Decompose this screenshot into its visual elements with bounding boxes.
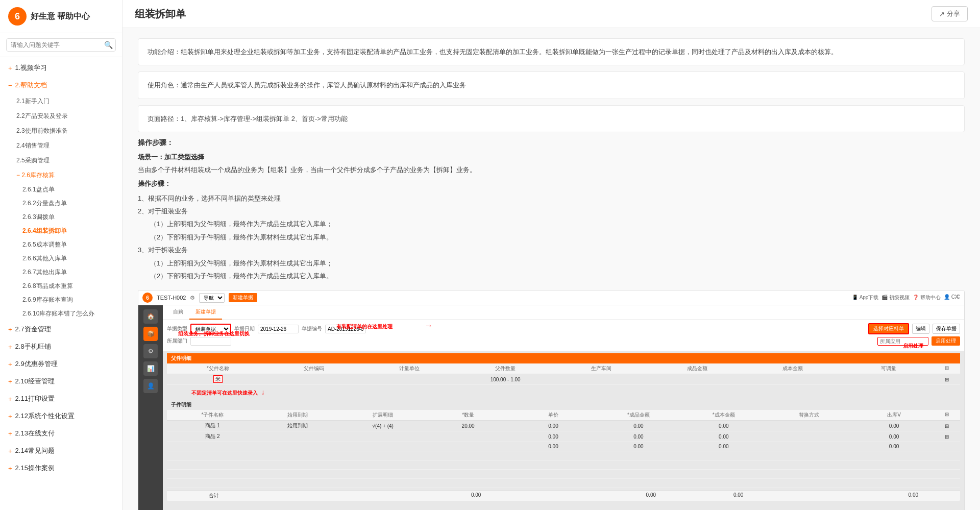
share-label: 分享	[947, 9, 960, 18]
search-button[interactable]: 🔍	[104, 41, 113, 49]
mock-lr1-action[interactable]: ⊞	[937, 423, 957, 429]
mock-lower-cols: *子件名称 始用到期 扩展明细 *数量 单价 *成品金额 *成本金额 替换方式 …	[167, 410, 960, 421]
mock-nav-select[interactable]: 导航	[199, 293, 225, 303]
mock-lower-col-name: *子件名称	[170, 411, 255, 419]
step3-sub1: （1）上部明细为父件明细，最终作为原材料生成其它出库单；	[150, 257, 965, 269]
sidebar-item-purchase[interactable]: 2.5采购管理	[0, 153, 122, 168]
sidebar-item-system[interactable]: + 2.12系统个性化设置	[0, 407, 122, 425]
mock-footer-stock: 0.00	[870, 492, 957, 499]
mock-lr3-price: 0.00	[511, 444, 596, 449]
mock-lr2-name: 商品 2	[170, 433, 255, 440]
sidebar-item-stocktake[interactable]: 2.6.1盘点单	[0, 183, 122, 197]
role-text: 使用角色：通常由生产人员或库管人员完成拆装业务的操作，库管人员确认原材料的出库和…	[148, 81, 466, 89]
sidebar-item-print[interactable]: + 2.11打印设置	[0, 390, 122, 407]
mock-close-icon[interactable]: ✕	[954, 293, 960, 301]
mock-col-qty: 父件数量	[457, 365, 553, 372]
mock-col-code: 父件编码	[266, 365, 362, 372]
mock-topbar-id: TEST-H002	[157, 295, 186, 301]
sidebar-item-assemble[interactable]: 2.6.4组装拆卸单	[0, 224, 122, 238]
search-wrap: 🔍	[6, 38, 116, 52]
mock-footer-qty: 0.00	[432, 492, 520, 499]
sidebar-item-predata[interactable]: 2.3使用前数据准备	[0, 124, 122, 138]
sidebar-item-online-pay[interactable]: + 2.13在线支付	[0, 425, 122, 442]
mock-lower-col-amount: *成品金额	[596, 411, 681, 419]
mock-dept-input[interactable]	[190, 337, 231, 346]
mock-lower-row2: 商品 2 0.00 0.00 0.00 0.00 ⊞	[167, 431, 960, 442]
mock-logo-icon: 6	[142, 293, 153, 303]
mock-upper-row1: 米 100.00 - 1.00 ⊞	[167, 374, 960, 385]
mock-lr2-cost: 0.00	[681, 434, 766, 440]
mock-row1-qty: 100.00 - 1.00	[457, 377, 553, 382]
step3-sub: （1）上部明细为父件明细，最终作为原材料生成其它出库单； （2）下部明细为子件明…	[138, 257, 965, 282]
mock-lr2-amount: 0.00	[596, 434, 681, 440]
scenario1-desc: 当由多个子件材料组装成一个成品的业务为【组装】业务，当由一个父件拆分成多个子产品…	[138, 164, 965, 176]
mock-upper-cols: *父件名称 父件编码 计量单位 父件数量 生产车间 成品金额 成本金额 可调量 …	[167, 363, 960, 374]
sidebar-item-split-stocktake[interactable]: 2.6.2分量盘点单	[0, 197, 122, 210]
nav-section: + 1.视频学习 − 2.帮助文档 2.1新手入门 2.2产品安装及登录 2.3…	[0, 57, 122, 479]
mock-sidebar-report[interactable]: 📊	[143, 361, 158, 376]
step3: 3、对于拆装业务	[138, 244, 965, 256]
sidebar-item-online-pay-label: 2.13在线支付	[15, 429, 55, 438]
mock-sidebar-inventory[interactable]: 📦	[143, 327, 158, 341]
plus-icon-p: +	[8, 395, 12, 403]
sidebar-item-ops[interactable]: + 2.10经营管理	[0, 373, 122, 390]
sidebar-item-adjust[interactable]: 2.6.3调拨单	[0, 210, 122, 224]
mock-lower-col-cost: *成本金额	[681, 411, 766, 419]
sidebar-item-cost-adjust[interactable]: 2.6.5成本调整单	[0, 238, 122, 252]
sidebar-item-coupon[interactable]: + 2.9优惠券管理	[0, 355, 122, 373]
sidebar-item-newbie[interactable]: 2.1新手入门	[0, 94, 122, 109]
mock-lr1-stock: 0.00	[851, 423, 937, 429]
mock-date-input[interactable]	[258, 325, 299, 333]
search-input[interactable]	[6, 38, 116, 52]
mock-sidebar-user[interactable]: 👤	[143, 379, 158, 393]
share-button[interactable]: ↗ 分享	[932, 6, 968, 21]
sidebar-item-sales[interactable]: 2.4销售管理	[0, 138, 122, 153]
mock-edit-btn[interactable]: 编辑	[912, 324, 929, 334]
mock-lr1-name: 商品 1	[170, 422, 255, 429]
intro-box: 功能介绍：组装拆卸单用来处理企业组装或拆卸等加工业务，支持有固定装配清单的产品加…	[138, 38, 965, 65]
mock-new-btn[interactable]: 新建单据	[229, 293, 257, 302]
sidebar-item-faq[interactable]: + 2.14常见问题	[0, 442, 122, 459]
annotation-1: 有装配清单的在这里处理 →	[336, 321, 433, 330]
sidebar-item-faq-label: 2.14常见问题	[15, 446, 55, 455]
mock-lower-col-price: 单价	[511, 411, 596, 419]
sidebar-item-inv-check[interactable]: 2.6.9库存账本查询	[0, 293, 122, 307]
path-text: 页面路径：1、库存核算->库存管理->组装拆卸单 2、首页->常用功能	[148, 115, 348, 123]
steps-section: 操作步骤： 场景一：加工类型选择 当由多个子件材料组装成一个成品的业务为【组装】…	[138, 138, 965, 282]
sidebar-item-mobile-label: 2.8手机旺铺	[15, 342, 51, 351]
sidebar-item-cost-recalc[interactable]: 2.6.8商品成本重算	[0, 279, 122, 293]
mock-row1-action[interactable]: ⊞	[937, 377, 957, 382]
mock-row1-name: 米	[170, 376, 266, 383]
mock-tab-self[interactable]: 自购	[167, 305, 189, 320]
sidebar-item-other-in[interactable]: 2.6.6其他入库单	[0, 252, 122, 265]
mock-topbar: 6 TEST-H002 ⚙ 导航 新建单据 📱 App下载 🎬 初级视频 ❓ 帮…	[138, 290, 964, 305]
mock-lower-row1: 商品 1 始用到期 √(4) + (4) 20.00 0.00 0.00 0.0…	[167, 421, 960, 431]
sidebar-item-finance[interactable]: + 2.7资金管理	[0, 321, 122, 338]
screenshot-container: 6 TEST-H002 ⚙ 导航 新建单据 📱 App下载 🎬 初级视频 ❓ 帮…	[138, 290, 965, 510]
mock-bill-label: 单据编号	[302, 325, 322, 332]
mock-enable-btn[interactable]: 启用处理	[932, 336, 960, 346]
mock-col-cost: 成本金额	[745, 365, 841, 372]
mock-form-area: 单据类型 组装单据 拆卸单据 单据日期 单据编号 选择对应料单	[163, 320, 964, 351]
sidebar-item-help[interactable]: − 2.帮助文档	[0, 77, 122, 94]
mock-sidebar-settings[interactable]: ⚙	[143, 344, 158, 358]
sidebar-item-install[interactable]: 2.2产品安装及登录	[0, 109, 122, 124]
sidebar-item-inv-wrong[interactable]: 2.6.10库存账本错了怎么办	[0, 307, 122, 321]
mock-match-btn[interactable]: 选择对应料单	[868, 323, 909, 334]
mock-form-row2: 所属部门 启用处理	[167, 336, 960, 346]
sidebar-item-video[interactable]: + 1.视频学习	[0, 59, 122, 77]
mock-tab-new[interactable]: 新建单据	[189, 305, 222, 320]
sidebar-item-cases-label: 2.15操作案例	[15, 464, 55, 473]
sidebar-item-other-out[interactable]: 2.6.7其他出库单	[0, 265, 122, 279]
mock-lr1-detail: √(4) + (4)	[340, 423, 426, 429]
sidebar-item-mobile[interactable]: + 2.8手机旺铺	[0, 338, 122, 355]
step3-sub2: （2）下部明细为子件明细，最终作为产成品生成其它入库单。	[150, 270, 965, 282]
sidebar-item-cases[interactable]: + 2.15操作案例	[0, 459, 122, 477]
sidebar-item-inventory[interactable]: − 2.6库存核算	[0, 168, 122, 183]
plus-icon-f: +	[8, 326, 12, 333]
mock-save-btn[interactable]: 保存单据	[933, 324, 960, 334]
mock-sidebar-home[interactable]: 🏠	[143, 309, 158, 324]
plus-icon-op: +	[8, 430, 12, 438]
mock-lr2-action[interactable]: ⊞	[937, 434, 957, 440]
mock-lr3-cost: 0.00	[681, 444, 766, 449]
